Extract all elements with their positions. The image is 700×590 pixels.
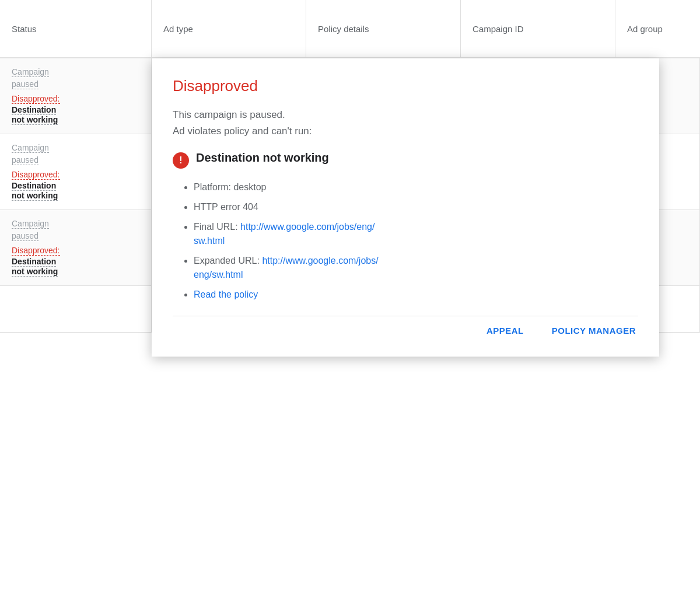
campaign-text-1: Campaign <box>12 67 49 77</box>
list-item: Expanded URL: http://www.google.com/jobs… <box>194 254 638 282</box>
popup-subtitle: This campaign is paused. <box>173 109 638 121</box>
not-working-text-3: not working <box>12 267 58 277</box>
campaign-header-label: Campaign ID <box>473 24 524 34</box>
read-policy-link[interactable]: Read the policy <box>194 289 258 299</box>
col-status-header: Status <box>0 0 152 57</box>
disapproved-label-2: Disapproved: <box>12 170 60 180</box>
status-cell-bottom <box>0 286 152 332</box>
list-item: Read the policy <box>194 288 638 302</box>
popup-policy-text: Ad violates policy and can't run: <box>173 125 638 137</box>
status-header-label: Status <box>12 24 37 34</box>
paused-text-1: paused <box>12 79 38 89</box>
policy-list: Platform: desktop HTTP error 404 Final U… <box>173 180 638 302</box>
list-item: Platform: desktop <box>194 180 638 194</box>
policy-section: ! Destination not working <box>173 151 638 169</box>
col-adtype-header: Ad type <box>152 0 306 57</box>
campaign-text-2: Campaign <box>12 143 49 153</box>
col-campaign-header: Campaign ID <box>461 0 615 57</box>
adtype-header-label: Ad type <box>163 24 193 34</box>
not-working-text-2: not working <box>12 191 58 201</box>
table-header: Status Ad type Policy details Campaign I… <box>0 0 700 58</box>
col-adgroup-header: Ad group <box>615 0 700 57</box>
http-error-label: HTTP error 404 <box>194 202 258 212</box>
policy-manager-button[interactable]: POLICY MANAGER <box>550 321 638 340</box>
status-cell-1: Campaign paused Disapproved: Destination… <box>0 58 152 134</box>
col-policy-header: Policy details <box>306 0 461 57</box>
disapproved-label-3: Disapproved: <box>12 246 60 256</box>
popup-actions: APPEAL POLICY MANAGER <box>173 316 638 340</box>
platform-label: Platform: desktop <box>194 182 267 192</box>
not-working-text-1: not working <box>12 115 58 125</box>
policy-header-label: Policy details <box>318 24 369 34</box>
appeal-button[interactable]: APPEAL <box>484 321 526 340</box>
destination-text-2: Destination <box>12 181 56 191</box>
list-item: Final URL: http://www.google.com/jobs/en… <box>194 220 638 248</box>
popup-title: Disapproved <box>173 77 638 95</box>
adgroup-header-label: Ad group <box>627 24 663 34</box>
paused-text-2: paused <box>12 155 38 165</box>
expanded-url-label: Expanded URL: <box>194 256 262 266</box>
destination-text-1: Destination <box>12 105 56 115</box>
final-url-label: Final URL: <box>194 222 240 232</box>
list-item: HTTP error 404 <box>194 200 638 214</box>
status-cell-2: Campaign paused Disapproved: Destination… <box>0 134 152 210</box>
policy-section-title: Destination not working <box>196 151 329 165</box>
disapproved-label-1: Disapproved: <box>12 94 60 104</box>
status-cell-3: Campaign paused Disapproved: Destination… <box>0 210 152 285</box>
popup-overlay: Disapproved This campaign is paused. Ad … <box>152 58 659 357</box>
error-icon: ! <box>173 152 189 169</box>
campaign-text-3: Campaign <box>12 219 49 229</box>
paused-text-3: paused <box>12 231 38 241</box>
destination-text-3: Destination <box>12 257 56 267</box>
